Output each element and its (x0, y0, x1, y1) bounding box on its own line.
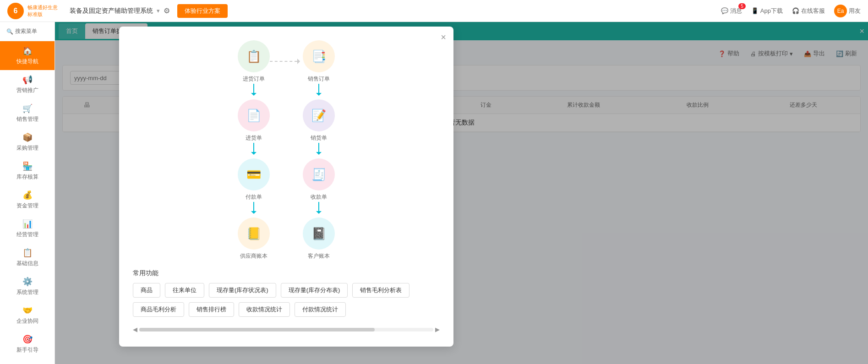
quick-nav-modal: × 📋 进货订单 (119, 27, 453, 347)
arrow-v-line6 (318, 202, 319, 211)
arrow-down-2 (251, 143, 257, 158)
customer-account-circle: 📓 (303, 217, 335, 250)
system-name-area: 装备及固定资产辅助管理系统 ▾ ⚙ (70, 6, 170, 15)
sidebar-item-beginner[interactable]: 🎯 新手引导 (0, 330, 55, 359)
sidebar-item-finance[interactable]: 💰 资金管理 (0, 185, 55, 214)
sidebar-search[interactable]: 🔍 搜索菜单 (0, 22, 55, 41)
sidebar-item-basic-info[interactable]: 📋 基础信息 (0, 243, 55, 272)
trial-button[interactable]: 体验行业方案 (177, 4, 228, 18)
arrow-v-head2 (251, 152, 257, 158)
modal-overlay[interactable]: × 📋 进货订单 (55, 22, 868, 364)
operation-icon: 📊 (22, 219, 33, 229)
arrow-down-6 (316, 202, 322, 217)
trial-btn-area: 体验行业方案 (177, 4, 228, 18)
purchase-icon: 📦 (22, 132, 33, 142)
receipt-bill-node: 🧾 收款单 (303, 158, 335, 201)
message-badge: 5 (738, 3, 746, 9)
func-btn-receipt-stats[interactable]: 收款情况统计 (239, 302, 290, 317)
func-btn-goods[interactable]: 商品 (133, 283, 160, 298)
system-name: 装备及固定资产辅助管理系统 (70, 7, 153, 15)
purchase-bill-label: 进货单 (246, 134, 262, 142)
scroll-right-icon[interactable]: ▶ (435, 326, 440, 333)
function-buttons: 商品 往来单位 现存量(库存状况表) 现存量(库存分布表) 销售毛利分析表 商品… (133, 283, 440, 317)
sidebar-item-inventory[interactable]: 🏪 库存核算 (0, 157, 55, 185)
customer-account-node: 📓 客户账本 (303, 217, 335, 260)
purchase-bill-icon: 📄 (246, 109, 261, 123)
message-icon: 💬 (721, 7, 728, 14)
search-icon: 🔍 (6, 28, 13, 35)
settings-icon[interactable]: ⚙ (164, 6, 170, 15)
cooperation-icon: 🤝 (22, 305, 33, 315)
func-btn-inventory-status[interactable]: 现存量(库存状况表) (209, 283, 276, 298)
purchase-bill-circle: 📄 (238, 99, 270, 131)
sales-order-icon: 📑 (311, 49, 326, 64)
supplier-account-node: 📒 供应商账本 (238, 217, 270, 260)
sidebar-item-system[interactable]: ⚙️ 系统管理 (0, 272, 55, 301)
topbar-right: 💬 消息 5 📱 App下载 🎧 在线客服 Ea 用友 (721, 5, 861, 17)
purchase-order-label: 进货订单 (243, 75, 265, 83)
sales-order-label: 销售订单 (308, 75, 330, 83)
app-container: 6 畅康通好生意 标准版 装备及固定资产辅助管理系统 ▾ ⚙ 体验行业方案 💬 … (0, 0, 868, 364)
arrow-v-head5 (316, 152, 322, 158)
payment-bill-circle: 💳 (238, 158, 270, 190)
user-menu[interactable]: Ea 用友 (834, 5, 861, 17)
online-service-btn[interactable]: 🎧 在线客服 (792, 7, 825, 15)
modal-close-btn[interactable]: × (441, 32, 446, 43)
content-area: 首页 销售订单执行表 × × ❓ 帮助 🖨 (55, 22, 868, 364)
marketing-icon: 📢 (22, 75, 33, 85)
sidebar-item-quick-nav[interactable]: 🏠 快捷导航 (0, 41, 55, 70)
basic-info-icon: 📋 (22, 248, 33, 258)
supplier-account-circle: 📒 (238, 217, 270, 250)
finance-icon: 💰 (22, 190, 33, 200)
arrow-down-1 (251, 84, 257, 98)
headset-icon: 🎧 (792, 7, 799, 14)
arrow-down-3 (251, 202, 257, 217)
modal-scrollbar-area: ◀ ▶ (133, 326, 440, 333)
scrollbar-thumb[interactable] (139, 328, 375, 331)
user-avatar: Ea (834, 5, 847, 17)
arrow-right-1 (270, 59, 303, 64)
func-btn-sales-profit[interactable]: 销售毛利分析表 (352, 283, 409, 298)
sidebar-item-purchase[interactable]: 📦 采购管理 (0, 128, 55, 157)
arrow-v-head (251, 93, 257, 98)
scroll-left-icon[interactable]: ◀ (133, 326, 137, 333)
receipt-bill-circle: 🧾 (303, 158, 335, 190)
h-arrow-group (270, 50, 303, 64)
customer-account-label: 客户账本 (308, 252, 330, 260)
func-btn-inventory-dist[interactable]: 现存量(库存分布表) (281, 283, 348, 298)
system-dropdown-icon[interactable]: ▾ (157, 7, 160, 14)
sales-icon: 🛒 (22, 103, 33, 114)
func-btn-payment-stats[interactable]: 付款情况统计 (295, 302, 346, 317)
common-functions: 常用功能 商品 往来单位 现存量(库存状况表) 现存量(库存分布表) 销售毛利分… (133, 269, 440, 317)
arrow-h-head (297, 59, 303, 64)
sales-bill-circle: 📝 (303, 99, 335, 131)
func-btn-partner[interactable]: 往来单位 (165, 283, 204, 298)
sidebar-item-marketing[interactable]: 📢 营销推广 (0, 70, 55, 99)
sidebar-item-cooperation[interactable]: 🤝 企业协同 (0, 301, 55, 330)
func-btn-sales-rank[interactable]: 销售排行榜 (189, 302, 234, 317)
sidebar-item-operation[interactable]: 📊 经营管理 (0, 214, 55, 243)
right-flow: 📑 销售订单 (303, 40, 335, 260)
supplier-account-label: 供应商账本 (240, 252, 267, 260)
sales-order-circle: 📑 (303, 40, 335, 72)
message-btn[interactable]: 💬 消息 5 (721, 7, 742, 15)
arrow-v-line4 (318, 84, 319, 93)
arrow-v-head6 (316, 211, 322, 217)
search-menu-btn[interactable]: 🔍 搜索菜单 (4, 26, 51, 37)
purchase-order-circle: 📋 (238, 40, 270, 72)
logo: 6 畅康通好生意 标准版 (7, 3, 62, 19)
supplier-icon: 📒 (246, 227, 261, 241)
sales-bill-icon: 📝 (311, 109, 326, 123)
logo-text: 畅康通好生意 标准版 (27, 4, 58, 17)
inventory-icon: 🏪 (22, 161, 33, 171)
system-icon: ⚙️ (22, 277, 33, 287)
arrow-v-line3 (253, 202, 254, 211)
receipt-icon: 🧾 (311, 168, 326, 182)
arrow-down-4 (316, 84, 322, 98)
payment-icon: 💳 (246, 168, 261, 182)
app-download-btn[interactable]: 📱 App下载 (751, 7, 783, 15)
common-title: 常用功能 (133, 269, 440, 277)
sidebar-item-sales[interactable]: 🛒 销售管理 (0, 99, 55, 128)
left-flow: 📋 进货订单 (238, 40, 270, 260)
func-btn-goods-profit[interactable]: 商品毛利分析 (133, 302, 184, 317)
